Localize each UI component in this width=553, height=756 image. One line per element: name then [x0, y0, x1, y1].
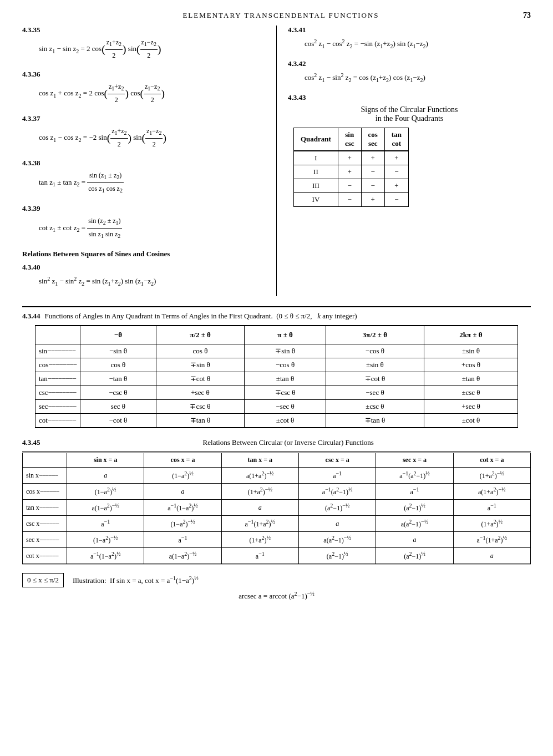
formula-4336-id: 4.3.36: [22, 70, 265, 79]
signs-col-tan: tancot: [384, 128, 408, 151]
formula-4340-id: 4.3.40: [22, 263, 265, 272]
formula-4336-content: cos z1 + cos z2 = 2 cos(z1+z22) cos(z1−z…: [39, 81, 265, 106]
page-header: ELEMENTARY TRANSCENDENTAL FUNCTIONS 73: [22, 11, 531, 20]
page-title: ELEMENTARY TRANSCENDENTAL FUNCTIONS: [39, 11, 523, 20]
relations-cosx-label: cos x−−−−−−: [23, 484, 67, 500]
signs-col-sin: sincsc: [338, 128, 361, 151]
section-4345-title: Relations Between Circular (or Inverse C…: [46, 438, 531, 447]
signs-table: Quadrant sincsc cossec tancot I + + + II: [293, 128, 409, 207]
relations-col-cscxa: csc x = a: [298, 453, 376, 468]
relations-tanx-label: tan x−−−−−−: [23, 500, 67, 516]
angles-col-3pi2: 3π/2 ± θ: [326, 326, 424, 344]
angles-row-sin: sin−−−−−−−− −sin θ cos θ ∓sin θ −cos θ ±…: [35, 344, 518, 358]
relations-row-tanx: tan x−−−−−− a(1−a2)−½ a−1(1−a2)½ a (a2−1…: [23, 500, 531, 516]
angles-sec-label: sec−−−−−−−−: [35, 400, 80, 414]
angles-row-tan: tan−−−−−−−− −tan θ ∓cot θ ±tan θ ∓cot θ …: [35, 372, 518, 386]
formula-4341-content: cos2 z1 − cos2 z2 = −sin (z1+z2) sin (z1…: [305, 37, 531, 52]
relations-col-secxa: sec x = a: [376, 453, 453, 468]
section-4344-desc1: Functions of Angles in Any Quadrant in T…: [45, 312, 357, 321]
angles-table: −θ π/2 ± θ π ± θ 3π/2 ± θ 2kπ ± θ sin−−−…: [35, 325, 518, 428]
illustration-text: Illustration: If sin x = a, cot x = a−1(…: [73, 575, 199, 585]
section-4344: 4.3.44 Functions of Angles in Any Quadra…: [22, 306, 531, 428]
angles-tan-label: tan−−−−−−−−: [35, 372, 80, 386]
angles-row-cot: cot−−−−−−−− −cot θ ∓tan θ ±cot θ ∓tan θ …: [35, 414, 518, 428]
formula-4336: 4.3.36 cos z1 + cos z2 = 2 cos(z1+z22) c…: [22, 70, 265, 106]
angles-row-sec: sec−−−−−−−− sec θ ∓csc θ −sec θ ±csc θ +…: [35, 400, 518, 414]
angles-sin-label: sin−−−−−−−−: [35, 344, 80, 358]
signs-row-II: II + − −: [294, 165, 409, 179]
formula-4339: 4.3.39 cot z1 ± cot z2 = sin (z2 ± z1) s…: [22, 204, 265, 242]
formula-4339-id: 4.3.39: [22, 204, 265, 213]
relations-header-row: sin x = a cos x = a tan x = a csc x = a …: [23, 453, 531, 468]
signs-col-cos: cossec: [361, 128, 384, 151]
formula-4338-content: tan z1 ± tan z2 = sin (z1 ± z2) cos z1 c…: [39, 170, 265, 196]
relations-row-cscx: csc x−−−−−− a−1 (1−a2)−½ a−1(1+a2)½ a a(…: [23, 516, 531, 532]
relations-row-cosx: cos x−−−−−− (1−a2)½ a (1+a2)−½ a−1(a2−1)…: [23, 484, 531, 500]
formula-4342: 4.3.42 cos2 z1 − sin2 z2 = cos (z1+z2) c…: [288, 59, 531, 85]
formula-4343: 4.3.43 Signs of the Circular Functions i…: [288, 93, 531, 207]
signs-row-IV: IV − + −: [294, 192, 409, 206]
formula-4338-id: 4.3.38: [22, 159, 265, 168]
relations-sinx-label: sin x−−−−−−: [23, 468, 67, 484]
relations-col-tanxa: tan x = a: [221, 453, 298, 468]
relations-secx-label: sec x−−−−−−: [23, 532, 67, 548]
signs-col-quadrant: Quadrant: [294, 128, 338, 151]
formula-4341: 4.3.41 cos2 z1 − cos2 z2 = −sin (z1+z2) …: [288, 26, 531, 52]
section-4345-header: 4.3.45 Relations Between Circular (or In…: [22, 438, 531, 447]
relations-row-sinx: sin x−−−−−− a (1−a2)½ a(1+a2)−½ a−1 a−1(…: [23, 468, 531, 484]
angles-col-neg: −θ: [80, 326, 156, 344]
relations-col-blank: [23, 453, 67, 468]
angles-col-pi2: π/2 ± θ: [156, 326, 244, 344]
formula-4335-id: 4.3.35: [22, 26, 265, 34]
formula-4342-id: 4.3.42: [288, 59, 531, 68]
page-number: 73: [523, 11, 531, 20]
formula-4343-id: 4.3.43: [288, 93, 531, 102]
illustration-constraint: 0 ≤ x ≤ π/2: [22, 573, 64, 587]
formula-4337-content: cos z1 − cos z2 = −2 sin(z1+z22) sin(z1−…: [39, 125, 265, 151]
illustration: 0 ≤ x ≤ π/2 Illustration: If sin x = a, …: [22, 573, 531, 587]
relations-cotx-label: cot x−−−−−−: [23, 548, 67, 565]
relations-row-cotx: cot x−−−−−− a−1(1−a2)½ a(1−a2)−½ a−1 (a2…: [23, 548, 531, 565]
illustration-text2: arcsec a = arccot (a2−1)−½: [22, 591, 531, 601]
relations-col-sinxa: sin x = a: [67, 453, 144, 468]
formula-4340-content: sin2 z1 − sin2 z2 = sin (z1+z2) sin (z1−…: [39, 274, 265, 289]
relations-col-cosxa: cos x = a: [144, 453, 221, 468]
signs-row-I: I + + +: [294, 151, 409, 165]
section-4344-header: 4.3.44 Functions of Angles in Any Quadra…: [22, 312, 531, 321]
signs-table-header-row: Quadrant sincsc cossec tancot: [294, 128, 409, 151]
formula-4337-id: 4.3.37: [22, 114, 265, 123]
angles-col-2kpi: 2kπ ± θ: [424, 326, 518, 344]
formula-4335-content: sin z1 − sin z2 = 2 cos(z1+z22) sin(z1−z…: [39, 37, 265, 62]
relations-table: sin x = a cos x = a tan x = a csc x = a …: [22, 451, 531, 565]
section-4345-id: 4.3.45: [22, 438, 40, 447]
angles-cos-label: cos−−−−−−−−: [35, 358, 80, 372]
angles-col-blank: [35, 326, 80, 344]
angles-header-row: −θ π/2 ± θ π ± θ 3π/2 ± θ 2kπ ± θ: [35, 326, 518, 344]
relations-col-cotxa: cot x = a: [453, 453, 530, 468]
relations-cscx-label: csc x−−−−−−: [23, 516, 67, 532]
right-column: 4.3.41 cos2 z1 − cos2 z2 = −sin (z1+z2) …: [277, 26, 531, 296]
angles-csc-label: csc−−−−−−−−: [35, 386, 80, 400]
signs-row-III: III − − +: [294, 179, 409, 192]
angles-cot-label: cot−−−−−−−−: [35, 414, 80, 428]
angles-row-cos: cos−−−−−−−− cos θ ∓sin θ −cos θ ±sin θ +…: [35, 358, 518, 372]
section-4344-id: 4.3.44: [22, 312, 40, 321]
rel-squares-heading: Relations Between Squares of Sines and C…: [22, 250, 265, 258]
signs-table-title: Signs of the Circular Functions in the F…: [288, 105, 531, 123]
formula-4342-content: cos2 z1 − sin2 z2 = cos (z1+z2) cos (z1−…: [305, 70, 531, 85]
formula-4340: 4.3.40 sin2 z1 − sin2 z2 = sin (z1+z2) s…: [22, 263, 265, 289]
angles-row-csc: csc−−−−−−−− −csc θ +sec θ ∓csc θ −sec θ …: [35, 386, 518, 400]
formula-4337: 4.3.37 cos z1 − cos z2 = −2 sin(z1+z22) …: [22, 114, 265, 151]
formula-4339-content: cot z1 ± cot z2 = sin (z2 ± z1) sin z1 s…: [39, 215, 265, 242]
section-4345: 4.3.45 Relations Between Circular (or In…: [22, 438, 531, 601]
relations-row-secx: sec x−−−−−− (1−a2)−½ a−1 (1+a2)½ a(a2−1)…: [23, 532, 531, 548]
formula-4338: 4.3.38 tan z1 ± tan z2 = sin (z1 ± z2) c…: [22, 159, 265, 196]
angles-col-pi: π ± θ: [245, 326, 326, 344]
formula-4341-id: 4.3.41: [288, 26, 531, 34]
left-column: 4.3.35 sin z1 − sin z2 = 2 cos(z1+z22) s…: [22, 26, 277, 296]
formula-4335: 4.3.35 sin z1 − sin z2 = 2 cos(z1+z22) s…: [22, 26, 265, 62]
main-content: 4.3.35 sin z1 − sin z2 = 2 cos(z1+z22) s…: [22, 26, 531, 296]
